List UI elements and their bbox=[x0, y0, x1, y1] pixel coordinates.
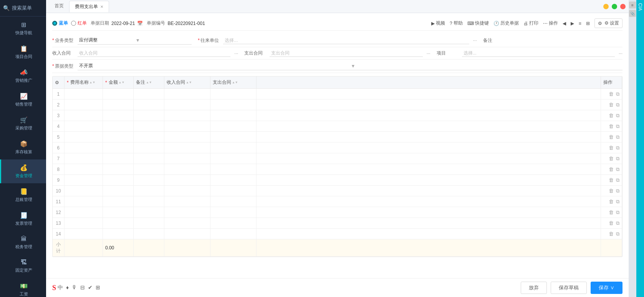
row-5-expense-contract[interactable] bbox=[210, 132, 256, 143]
tab-home[interactable]: 首页 bbox=[49, 0, 69, 12]
help-btn[interactable]: ? 帮助 bbox=[450, 20, 463, 27]
row-7-remark[interactable] bbox=[133, 153, 164, 164]
nav-prev-btn[interactable]: ◀ bbox=[563, 21, 566, 26]
row-3-amount[interactable] bbox=[103, 110, 133, 121]
row-1-copy-icon[interactable]: ⧉ bbox=[616, 91, 619, 97]
row-8-remark[interactable] bbox=[133, 164, 164, 175]
sidebar-item-invoice[interactable]: 🧾 发票管理 bbox=[0, 207, 46, 231]
row-9-delete-icon[interactable]: 🗑 bbox=[609, 177, 614, 183]
right-panel-icon-1[interactable]: ≡ bbox=[629, 2, 636, 8]
row-5-remark[interactable] bbox=[133, 132, 164, 143]
row-6-amount[interactable] bbox=[103, 143, 133, 153]
sidebar-item-inventory[interactable]: 📦 库存核算 bbox=[0, 136, 46, 159]
sidebar-item-fixed-assets[interactable]: 🏗 固定资产 bbox=[0, 254, 46, 278]
row-4-copy-icon[interactable]: ⧉ bbox=[616, 123, 619, 129]
row-8-income-contract[interactable] bbox=[164, 164, 210, 175]
close-button[interactable] bbox=[620, 4, 626, 9]
row-7-expense-name[interactable] bbox=[64, 153, 103, 164]
row-7-amount[interactable] bbox=[103, 153, 133, 164]
radio-blue-option[interactable]: 蓝单 bbox=[52, 20, 68, 27]
counterparty-input[interactable] bbox=[223, 37, 469, 44]
sidebar-item-capital[interactable]: 💰 资金管理 bbox=[0, 159, 46, 183]
row-4-income-contract[interactable] bbox=[164, 121, 210, 132]
row-12-amount[interactable] bbox=[103, 207, 133, 218]
ops-btn[interactable]: ⋯ 操作 bbox=[543, 20, 558, 27]
project-dots[interactable]: ··· bbox=[619, 51, 622, 56]
logo-icon-5[interactable]: ✔ bbox=[88, 284, 93, 291]
logo-icon-1[interactable]: 中 bbox=[58, 284, 63, 291]
maximize-button[interactable] bbox=[612, 4, 617, 9]
logo-icon-2[interactable]: ♦ bbox=[66, 284, 69, 291]
th-settings[interactable]: ⚙ bbox=[53, 76, 64, 89]
row-11-remark[interactable] bbox=[133, 196, 164, 207]
right-panel-icon-2[interactable]: 📎 bbox=[629, 10, 636, 17]
row-11-expense-name[interactable] bbox=[64, 196, 103, 207]
video-btn[interactable]: ▶ 视频 bbox=[431, 20, 445, 27]
row-2-expense-name[interactable] bbox=[64, 100, 103, 110]
row-7-income-contract[interactable] bbox=[164, 153, 210, 164]
row-1-remark[interactable] bbox=[133, 89, 164, 100]
tab-close-icon[interactable]: ✕ bbox=[100, 5, 103, 9]
row-6-income-contract[interactable] bbox=[164, 143, 210, 153]
sidebar-item-quick-nav[interactable]: ⊞ 快捷导航 bbox=[0, 17, 46, 40]
sidebar-item-tax[interactable]: 🏛 税务管理 bbox=[0, 231, 46, 254]
row-12-expense-contract[interactable] bbox=[210, 207, 256, 218]
row-1-amount[interactable] bbox=[103, 89, 133, 100]
row-1-expense-contract[interactable] bbox=[210, 89, 256, 100]
logo-icon-4[interactable]: ⊟ bbox=[80, 284, 85, 291]
row-14-remark[interactable] bbox=[133, 229, 164, 239]
row-8-copy-icon[interactable]: ⧉ bbox=[616, 166, 619, 173]
logo-icon-6[interactable]: ⊞ bbox=[96, 284, 100, 291]
row-4-amount[interactable] bbox=[103, 121, 133, 132]
radio-red-option[interactable]: 红单 bbox=[71, 20, 87, 27]
row-6-copy-icon[interactable]: ⧉ bbox=[616, 145, 619, 151]
row-1-income-contract[interactable] bbox=[164, 89, 210, 100]
shortcuts-btn[interactable]: ⌨ 快捷键 bbox=[467, 20, 489, 27]
radio-red-input[interactable] bbox=[71, 21, 76, 26]
row-13-expense-name[interactable] bbox=[64, 218, 103, 229]
row-13-remark[interactable] bbox=[133, 218, 164, 229]
calendar-icon[interactable]: 📅 bbox=[137, 21, 143, 26]
row-12-income-contract[interactable] bbox=[164, 207, 210, 218]
project-input[interactable] bbox=[462, 50, 615, 57]
row-3-expense-name[interactable] bbox=[64, 110, 103, 121]
business-type-select[interactable]: 应付调整 ▼ bbox=[78, 36, 192, 45]
row-7-copy-icon[interactable]: ⧉ bbox=[616, 156, 619, 162]
sidebar-item-project-contract[interactable]: 📋 项目合同 bbox=[0, 40, 46, 64]
right-edge-icon[interactable]: CIA bbox=[637, 3, 643, 11]
row-4-remark[interactable] bbox=[133, 121, 164, 132]
row-8-amount[interactable] bbox=[103, 164, 133, 175]
row-10-copy-icon[interactable]: ⧉ bbox=[616, 188, 619, 194]
discard-button[interactable]: 放弃 bbox=[521, 282, 547, 294]
row-5-delete-icon[interactable]: 🗑 bbox=[609, 134, 614, 140]
row-2-delete-icon[interactable]: 🗑 bbox=[609, 102, 614, 108]
expense-contract-input[interactable] bbox=[270, 50, 422, 57]
row-10-income-contract[interactable] bbox=[164, 186, 210, 196]
row-11-income-contract[interactable] bbox=[164, 196, 210, 207]
row-1-delete-icon[interactable]: 🗑 bbox=[609, 91, 614, 97]
row-9-copy-icon[interactable]: ⧉ bbox=[616, 177, 619, 183]
row-10-amount[interactable] bbox=[103, 186, 133, 196]
row-11-delete-icon[interactable]: 🗑 bbox=[609, 199, 614, 204]
logo-icon-3[interactable]: 🎙 bbox=[72, 284, 77, 291]
row-8-delete-icon[interactable]: 🗑 bbox=[609, 166, 614, 172]
row-2-copy-icon[interactable]: ⧉ bbox=[616, 102, 619, 108]
sidebar-item-ledger[interactable]: 📒 总账管理 bbox=[0, 183, 46, 207]
row-11-expense-contract[interactable] bbox=[210, 196, 256, 207]
row-3-income-contract[interactable] bbox=[164, 110, 210, 121]
row-8-expense-contract[interactable] bbox=[210, 164, 256, 175]
row-12-expense-name[interactable] bbox=[64, 207, 103, 218]
row-13-copy-icon[interactable]: ⧉ bbox=[616, 220, 619, 226]
sidebar-search[interactable]: 🔍 搜索菜单 bbox=[0, 0, 46, 17]
row-3-copy-icon[interactable]: ⧉ bbox=[616, 113, 619, 119]
sidebar-item-sales[interactable]: 📈 销售管理 bbox=[0, 88, 46, 112]
row-11-amount[interactable] bbox=[103, 196, 133, 207]
sidebar-item-purchase[interactable]: 🛒 采购管理 bbox=[0, 112, 46, 136]
row-6-delete-icon[interactable]: 🗑 bbox=[609, 145, 614, 151]
row-12-delete-icon[interactable]: 🗑 bbox=[609, 209, 614, 215]
print-btn[interactable]: 🖨 打印 bbox=[523, 20, 538, 27]
row-9-income-contract[interactable] bbox=[164, 175, 210, 186]
row-10-remark[interactable] bbox=[133, 186, 164, 196]
row-13-expense-contract[interactable] bbox=[210, 218, 256, 229]
row-6-expense-name[interactable] bbox=[64, 143, 103, 153]
